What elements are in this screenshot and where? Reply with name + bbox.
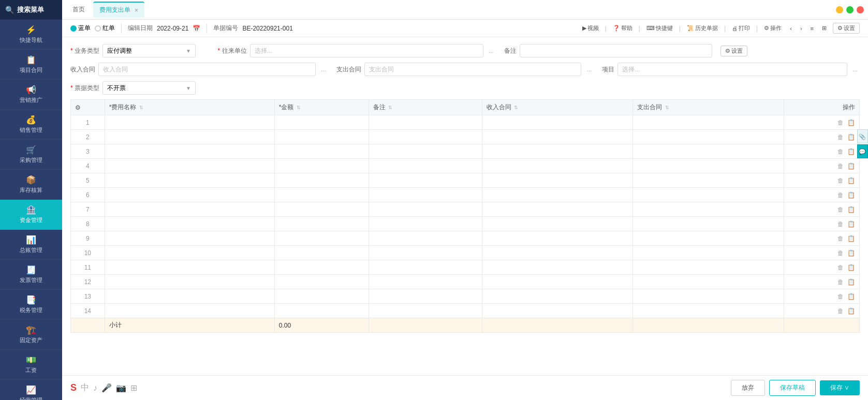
discard-button[interactable]: 放弃 — [731, 380, 765, 396]
row-1-expense[interactable] — [633, 115, 784, 130]
row-1-amount[interactable] — [274, 115, 369, 130]
row-11-expense[interactable] — [633, 260, 784, 275]
row-2-expense[interactable] — [633, 130, 784, 144]
row-13-name[interactable] — [105, 289, 274, 304]
row-2-remark[interactable] — [369, 130, 482, 144]
row-7-income[interactable] — [482, 202, 633, 217]
row-6-amount[interactable] — [274, 188, 369, 202]
row-10-income[interactable] — [482, 246, 633, 260]
tab-close-icon[interactable]: × — [135, 7, 138, 14]
row-11-remark[interactable] — [369, 260, 482, 275]
nav-prev-btn[interactable]: ‹ — [788, 24, 794, 33]
maximize-button[interactable] — [846, 6, 854, 13]
close-button[interactable] — [857, 6, 864, 13]
row-3-copy-btn[interactable]: 📋 — [847, 148, 855, 155]
row-11-amount[interactable] — [274, 260, 369, 275]
col-gear[interactable]: ⚙ — [71, 100, 105, 115]
sidebar-item-capital[interactable]: 🏦 资金管理 — [0, 200, 62, 230]
sidebar-item-purchase[interactable]: 🛒 采购管理 — [0, 140, 62, 170]
grid-view-btn[interactable]: ⊞ — [820, 24, 829, 33]
row-7-delete-btn[interactable]: 🗑 — [837, 206, 844, 213]
row-1-remark[interactable] — [369, 115, 482, 130]
row-14-delete-btn[interactable]: 🗑 — [837, 307, 844, 315]
row-14-copy-btn[interactable]: 📋 — [847, 307, 855, 315]
row-8-remark[interactable] — [369, 217, 482, 231]
row-6-income[interactable] — [482, 188, 633, 202]
row-7-copy-btn[interactable]: 📋 — [847, 206, 855, 213]
row-6-expense[interactable] — [633, 188, 784, 202]
row-2-amount[interactable] — [274, 130, 369, 144]
row-3-expense[interactable] — [633, 144, 784, 159]
row-1-name[interactable] — [105, 115, 274, 130]
row-11-name[interactable] — [105, 260, 274, 275]
settings-btn[interactable]: ⚙ 设置 — [833, 23, 860, 34]
row-3-amount[interactable] — [274, 144, 369, 159]
row-5-copy-btn[interactable]: 📋 — [847, 177, 855, 184]
row-5-name[interactable] — [105, 173, 274, 188]
row-13-copy-btn[interactable]: 📋 — [847, 293, 855, 300]
row-4-remark[interactable] — [369, 159, 482, 173]
row-1-copy-btn[interactable]: 📋 — [847, 119, 855, 126]
row-13-remark[interactable] — [369, 289, 482, 304]
footer-icon-grid[interactable]: ⊞ — [130, 383, 137, 393]
row-5-expense[interactable] — [633, 173, 784, 188]
row-3-delete-btn[interactable]: 🗑 — [837, 148, 844, 155]
row-9-remark[interactable] — [369, 231, 482, 246]
save-button[interactable]: 保存 ∨ — [820, 380, 860, 395]
row-12-remark[interactable] — [369, 275, 482, 289]
row-6-copy-btn[interactable]: 📋 — [847, 191, 855, 199]
footer-icon-photo[interactable]: 📷 — [116, 383, 126, 393]
row-7-remark[interactable] — [369, 202, 482, 217]
row-7-name[interactable] — [105, 202, 274, 217]
row-7-expense[interactable] — [633, 202, 784, 217]
sidebar-item-salary[interactable]: 💵 工资 — [0, 350, 62, 380]
row-3-income[interactable] — [482, 144, 633, 159]
row-14-remark[interactable] — [369, 304, 482, 318]
row-4-delete-btn[interactable]: 🗑 — [837, 162, 844, 170]
row-4-copy-btn[interactable]: 📋 — [847, 162, 855, 170]
expense-contract-input[interactable]: 支出合同 — [364, 63, 582, 76]
row-1-income[interactable] — [482, 115, 633, 130]
sidebar-item-ledger[interactable]: 📊 总账管理 — [0, 230, 62, 260]
row-3-remark[interactable] — [369, 144, 482, 159]
invoice-type-dropdown[interactable]: 不开票 ▼ — [102, 81, 196, 95]
partner-input[interactable]: 选择... — [250, 44, 483, 57]
income-contract-more-btn[interactable]: ... — [319, 66, 328, 73]
sidebar-item-tax[interactable]: 📑 税务管理 — [0, 290, 62, 320]
row-13-amount[interactable] — [274, 289, 369, 304]
tab-home[interactable]: 首页 — [66, 2, 91, 17]
sidebar-item-project-contract[interactable]: 📋 项目合同 — [0, 50, 62, 80]
row-4-expense[interactable] — [633, 159, 784, 173]
row-6-remark[interactable] — [369, 188, 482, 202]
row-12-income[interactable] — [482, 275, 633, 289]
row-14-amount[interactable] — [274, 304, 369, 318]
row-6-delete-btn[interactable]: 🗑 — [837, 191, 844, 199]
row-9-name[interactable] — [105, 231, 274, 246]
row-10-copy-btn[interactable]: 📋 — [847, 249, 855, 257]
col-name[interactable]: *费用名称 ⇅ — [105, 100, 274, 115]
row-13-delete-btn[interactable]: 🗑 — [837, 293, 844, 300]
row-12-delete-btn[interactable]: 🗑 — [837, 278, 844, 286]
footer-icon-mic[interactable]: 🎤 — [101, 383, 112, 393]
row-14-income[interactable] — [482, 304, 633, 318]
sidebar-item-marketing[interactable]: 📢 营销推广 — [0, 80, 62, 110]
row-12-amount[interactable] — [274, 275, 369, 289]
help-btn[interactable]: ❓ 帮助 — [611, 23, 635, 33]
row-1-delete-btn[interactable]: 🗑 — [837, 119, 844, 126]
footer-icon-s[interactable]: S — [70, 382, 77, 393]
col-amount[interactable]: *金额 ⇅ — [274, 100, 369, 115]
footer-icon-chinese[interactable]: 中 — [81, 382, 89, 393]
row-8-amount[interactable] — [274, 217, 369, 231]
row-12-name[interactable] — [105, 275, 274, 289]
sidebar-item-invoice[interactable]: 🧾 发票管理 — [0, 260, 62, 290]
row-5-amount[interactable] — [274, 173, 369, 188]
save-draft-button[interactable]: 保存草稿 — [769, 380, 816, 396]
table-container[interactable]: ⚙ *费用名称 ⇅ *金额 ⇅ 备注 — [70, 99, 860, 375]
row-10-expense[interactable] — [633, 246, 784, 260]
row-10-name[interactable] — [105, 246, 274, 260]
row-6-name[interactable] — [105, 188, 274, 202]
expense-contract-more-btn[interactable]: ... — [584, 66, 594, 73]
row-2-name[interactable] — [105, 130, 274, 144]
row-2-copy-btn[interactable]: 📋 — [847, 134, 855, 141]
sidebar-item-operations[interactable]: 📈 经营管理 — [0, 380, 62, 400]
